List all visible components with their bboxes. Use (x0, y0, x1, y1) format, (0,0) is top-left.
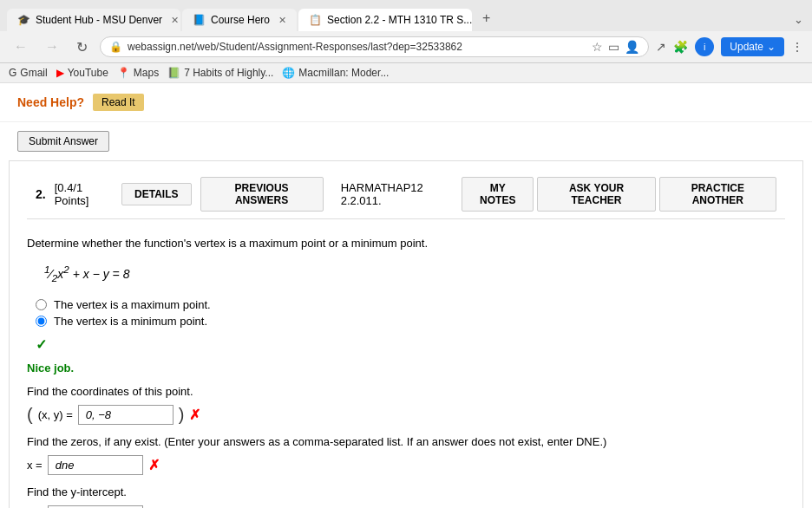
address-input[interactable]: 🔒 webassign.net/web/Student/Assignment-R… (100, 36, 649, 57)
address-text: webassign.net/web/Student/Assignment-Res… (128, 41, 462, 53)
gmail-icon: G (9, 67, 16, 79)
cast-icon[interactable]: ▭ (608, 40, 619, 54)
bookmark-macmillan[interactable]: 🌐 Macmillan: Moder... (282, 67, 389, 79)
coords-input[interactable] (78, 405, 174, 425)
question-id: HARMATHAP12 2.2.011. (341, 181, 453, 207)
account-icon[interactable]: 👤 (625, 40, 639, 54)
feedback-nice: Nice job. (27, 361, 74, 374)
update-chevron-icon: ⌄ (767, 41, 776, 53)
radio-checkmark-icon: ✓ (36, 336, 47, 353)
find-y-intercept-label: Find the y-intercept. (27, 485, 785, 498)
new-tab-button[interactable]: + (474, 5, 499, 31)
tab-close-student-hub[interactable]: ✕ (171, 15, 179, 26)
bookmark-gmail-label: Gmail (20, 67, 47, 79)
tab-course-hero[interactable]: 📘 Course Hero ✕ (182, 9, 297, 31)
bookmark-gmail[interactable]: G Gmail (9, 67, 48, 79)
zeros-label: x = (27, 459, 43, 472)
bookmark-youtube[interactable]: ▶ YouTube (56, 67, 108, 79)
read-it-button[interactable]: Read It (93, 94, 144, 111)
zeros-feedback-icon: ✗ (148, 457, 160, 473)
find-zeros-label: Find the zeros, if any exist. (Enter you… (27, 435, 785, 448)
coords-feedback-icon: ✗ (189, 407, 200, 423)
macmillan-icon: 🌐 (282, 67, 295, 79)
tab-icon-course-hero: 📘 (193, 14, 206, 26)
tab-more-button[interactable]: ⌄ (785, 8, 812, 31)
radio-group: The vertex is a maximum point. The verte… (36, 298, 785, 328)
tab-label-course-hero: Course Hero (211, 14, 270, 26)
browser-chrome: 🎓 Student Hub - MSU Denver ✕ 📘 Course He… (0, 0, 812, 83)
previous-answers-button[interactable]: PREVIOUS ANSWERS (200, 177, 324, 212)
my-notes-button[interactable]: MY NOTES (462, 177, 534, 212)
question-body: Determine whether the function's vertex … (27, 228, 785, 508)
equation-text: 1⁄2x2 + x − y = 8 (44, 267, 129, 281)
question-number: 2. (36, 187, 46, 201)
bookmark-macmillan-label: Macmillan: Moder... (298, 67, 389, 79)
radio-minimum[interactable] (36, 316, 47, 327)
bookmark-7habits-label: 7 Habits of Highly... (184, 67, 273, 79)
extension-icon[interactable]: 🧩 (673, 40, 688, 54)
bookmark-star-icon[interactable]: ☆ (592, 40, 603, 54)
address-icons: ☆ ▭ 👤 (592, 40, 639, 54)
profile-icon[interactable]: i (695, 37, 714, 56)
tab-close-course-hero[interactable]: ✕ (278, 15, 286, 26)
address-bar: ← → ↻ 🔒 webassign.net/web/Student/Assign… (0, 31, 812, 63)
maps-icon: 📍 (117, 67, 130, 79)
update-button[interactable]: Update ⌄ (721, 37, 784, 56)
page-content: Need Help? Read It Submit Answer 2. [0.4… (0, 83, 812, 508)
submit-section: Submit Answer (0, 122, 812, 160)
bookmark-maps[interactable]: 📍 Maps (117, 67, 159, 79)
question-container: 2. [0.4/1 Points] DETAILS PREVIOUS ANSWE… (9, 160, 803, 508)
radio-feedback-row: ✓ (36, 335, 785, 355)
bookmarks-bar: G Gmail ▶ YouTube 📍 Maps 📗 7 Habits of H… (0, 63, 812, 83)
details-tab-button[interactable]: DETAILS (121, 183, 191, 205)
tab-icon-section: 📋 (309, 14, 322, 26)
nice-job-text: Nice job. (27, 361, 785, 374)
radio-maximum[interactable] (36, 299, 47, 310)
tab-section-active[interactable]: 📋 Section 2.2 - MTH 1310 TR S... ✕ (298, 9, 472, 31)
radio-maximum-label: The vertex is a maximum point. (54, 298, 211, 311)
need-help-text: Need Help? (17, 95, 84, 109)
bookmark-7habits[interactable]: 📗 7 Habits of Highly... (167, 67, 273, 79)
need-help-bar: Need Help? Read It (0, 83, 812, 122)
book-icon: 📗 (167, 67, 180, 79)
radio-minimum-label: The vertex is a minimum point. (54, 315, 207, 328)
tab-label-section: Section 2.2 - MTH 1310 TR S... (327, 14, 472, 26)
right-paren-icon: ) (179, 405, 185, 425)
bookmark-maps-label: Maps (134, 67, 159, 79)
question-instruction: Determine whether the function's vertex … (27, 237, 785, 250)
question-points: [0.4/1 Points] (55, 181, 113, 207)
question-header: 2. [0.4/1 Points] DETAILS PREVIOUS ANSWE… (27, 170, 785, 219)
bookmark-youtube-label: YouTube (68, 67, 108, 79)
practice-another-button[interactable]: PRACTICE ANOTHER (659, 177, 776, 212)
radio-item-maximum: The vertex is a maximum point. (36, 298, 785, 311)
left-paren-icon: ( (27, 405, 33, 425)
menu-icon[interactable]: ⋮ (791, 40, 803, 54)
tab-label-student-hub: Student Hub - MSU Denver (36, 14, 162, 26)
radio-item-minimum: The vertex is a minimum point. (36, 315, 785, 328)
tab-student-hub[interactable]: 🎓 Student Hub - MSU Denver ✕ (7, 9, 180, 31)
ask-teacher-button[interactable]: ASK YOUR TEACHER (537, 177, 655, 212)
tab-bar: 🎓 Student Hub - MSU Denver ✕ 📘 Course He… (0, 0, 812, 31)
zeros-row: x = ✗ (27, 455, 785, 475)
tab-icon-student-hub: 🎓 (17, 14, 30, 26)
submit-answer-button[interactable]: Submit Answer (17, 131, 109, 152)
find-coordinates-label: Find the coordinates of this point. (27, 385, 785, 398)
share-icon[interactable]: ↗ (656, 40, 666, 54)
coords-label: (x, y) = (38, 408, 73, 421)
refresh-button[interactable]: ↻ (71, 37, 93, 57)
zeros-input[interactable] (48, 455, 143, 475)
question-action-buttons: MY NOTES ASK YOUR TEACHER PRACTICE ANOTH… (462, 177, 776, 212)
coordinates-row: ( (x, y) = ) ✗ (27, 405, 785, 425)
update-label: Update (730, 41, 763, 53)
forward-button[interactable]: → (40, 37, 64, 56)
youtube-icon: ▶ (56, 67, 64, 79)
back-button[interactable]: ← (9, 37, 33, 56)
lock-icon: 🔒 (109, 41, 122, 53)
equation-display: 1⁄2x2 + x − y = 8 (27, 260, 785, 291)
